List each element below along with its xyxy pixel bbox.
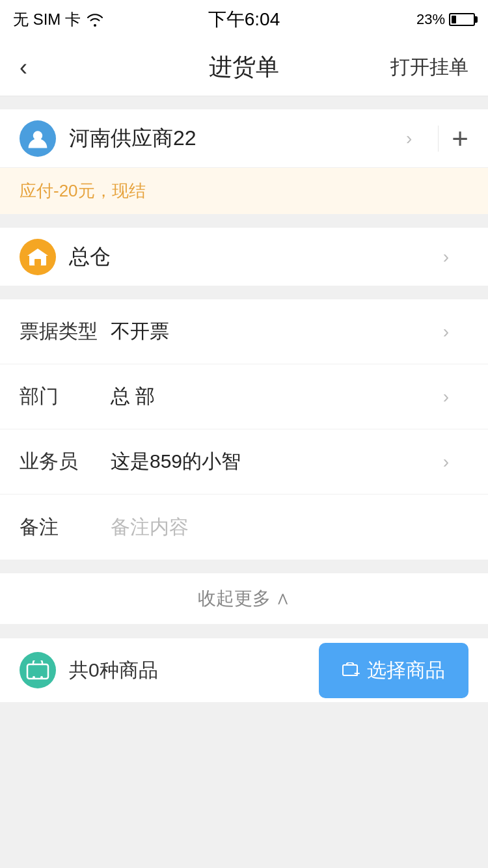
invoice-type-label: 票据类型: [20, 318, 111, 345]
supplier-section: 河南供应商22 › + 应付-20元，现结: [0, 109, 488, 215]
wifi-icon: [86, 12, 104, 27]
invoice-type-value: 不开票: [111, 318, 443, 345]
add-supplier-button[interactable]: +: [452, 122, 468, 155]
invoice-type-row[interactable]: 票据类型 不开票 ›: [0, 299, 488, 364]
nav-bar: ‹ 进货单 打开挂单: [0, 39, 488, 96]
warehouse-icon-bg: [20, 239, 56, 275]
svg-marker-2: [27, 249, 48, 256]
select-cart-icon: +: [342, 662, 360, 678]
back-button[interactable]: ‹: [20, 54, 59, 81]
remark-label: 备注: [20, 514, 111, 541]
warehouse-icon: [27, 246, 49, 268]
svg-rect-3: [34, 259, 41, 265]
supplier-name: 河南供应商22: [69, 124, 406, 153]
vertical-divider: [438, 126, 439, 152]
salesman-value: 这是859的小智: [111, 448, 443, 475]
collapse-label: 收起更多 ∧: [198, 586, 291, 611]
warehouse-name: 总仓: [69, 243, 443, 271]
status-right: 23%: [416, 11, 475, 28]
department-chevron-icon: ›: [443, 387, 449, 407]
invoice-chevron-icon: ›: [443, 321, 449, 342]
salesman-chevron-icon: ›: [443, 452, 449, 472]
remark-row[interactable]: 备注 备注内容: [0, 495, 488, 560]
salesman-row[interactable]: 业务员 这是859的小智 ›: [0, 429, 488, 495]
product-count-text: 共0种商品: [69, 657, 319, 684]
supplier-row[interactable]: 河南供应商22 › +: [0, 109, 488, 168]
supplier-chevron-icon: ›: [406, 128, 412, 149]
status-time: 下午6:04: [208, 7, 280, 32]
collapse-row[interactable]: 收起更多 ∧: [0, 573, 488, 625]
remark-input[interactable]: 备注内容: [111, 514, 468, 541]
department-row[interactable]: 部门 总 部 ›: [0, 364, 488, 429]
svg-point-6: [40, 676, 43, 679]
notice-bar: 应付-20元，现结: [0, 168, 488, 215]
select-product-label: 选择商品: [367, 657, 445, 684]
cart-icon: [26, 660, 49, 680]
page-title: 进货单: [209, 51, 279, 83]
form-section: 票据类型 不开票 › 部门 总 部 › 业务员 这是859的小智 › 备注 备注…: [0, 299, 488, 560]
select-product-button[interactable]: + 选择商品: [319, 643, 468, 698]
battery-percent: 23%: [416, 11, 445, 28]
carrier-text: 无 SIM 卡: [13, 9, 81, 30]
svg-rect-4: [27, 664, 48, 679]
section-divider-1: [0, 96, 488, 109]
notice-text: 应付-20元，现结: [20, 181, 146, 200]
status-bar: 无 SIM 卡 下午6:04 23%: [0, 0, 488, 39]
status-left: 无 SIM 卡: [13, 9, 104, 30]
battery-icon: [449, 13, 475, 26]
salesman-label: 业务员: [20, 448, 111, 475]
supplier-avatar: [20, 120, 56, 157]
svg-text:+: +: [354, 668, 360, 678]
bottom-bar: 共0种商品 + 选择商品: [0, 638, 488, 703]
warehouse-chevron-icon: ›: [443, 247, 449, 267]
product-icon-bg: [20, 652, 56, 688]
svg-point-5: [33, 676, 35, 679]
user-icon: [26, 127, 49, 150]
department-value: 总 部: [111, 383, 443, 410]
warehouse-row[interactable]: 总仓 ›: [0, 228, 488, 286]
open-pending-button[interactable]: 打开挂单: [390, 54, 468, 81]
department-label: 部门: [20, 383, 111, 410]
